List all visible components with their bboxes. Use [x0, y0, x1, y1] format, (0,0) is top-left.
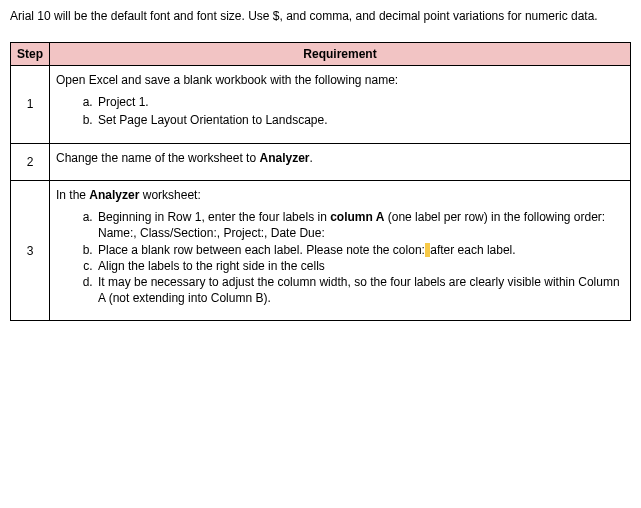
- step-number: 2: [11, 143, 50, 180]
- row2-text-post: .: [310, 151, 313, 165]
- row2-text-bold: Analyzer: [259, 151, 309, 165]
- requirements-table: Step Requirement 1 Open Excel and save a…: [10, 42, 631, 321]
- table-row: 2 Change the name of the worksheet to An…: [11, 143, 631, 180]
- list-item: Beginning in Row 1, enter the four label…: [96, 209, 622, 241]
- list-item: It may be necessary to adjust the column…: [96, 274, 622, 306]
- table-row: 1 Open Excel and save a blank workbook w…: [11, 66, 631, 144]
- row3-lead: In the Analyzer worksheet:: [56, 187, 622, 203]
- intro-text: Arial 10 will be the default font and fo…: [10, 8, 631, 24]
- row1-lead: Open Excel and save a blank workbook wit…: [56, 72, 622, 88]
- list-item: Align the labels to the right side in th…: [96, 258, 622, 274]
- step-number: 3: [11, 180, 50, 320]
- row3-list: Beginning in Row 1, enter the four label…: [56, 209, 622, 306]
- list-item: Place a blank row between each label. Pl…: [96, 242, 622, 258]
- table-row: 3 In the Analyzer worksheet: Beginning i…: [11, 180, 631, 320]
- list-item: Set Page Layout Orientation to Landscape…: [96, 112, 622, 128]
- row1-list: Project 1. Set Page Layout Orientation t…: [56, 94, 622, 127]
- step-number: 1: [11, 66, 50, 144]
- requirement-cell: Change the name of the worksheet to Anal…: [50, 143, 631, 180]
- row2-text-pre: Change the name of the worksheet to: [56, 151, 259, 165]
- requirement-cell: In the Analyzer worksheet: Beginning in …: [50, 180, 631, 320]
- requirement-cell: Open Excel and save a blank workbook wit…: [50, 66, 631, 144]
- header-requirement: Requirement: [50, 43, 631, 66]
- header-step: Step: [11, 43, 50, 66]
- list-item: Project 1.: [96, 94, 622, 110]
